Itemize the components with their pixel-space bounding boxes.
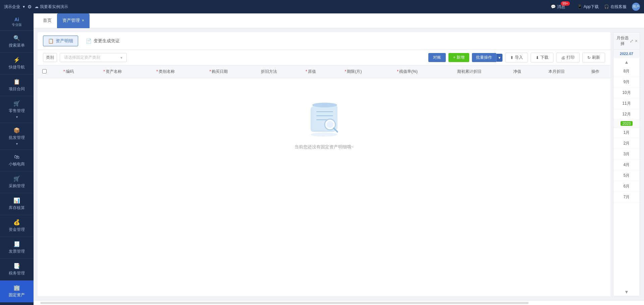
month-nav-down-button[interactable]: ▼ <box>624 289 629 295</box>
horizontal-scrollbar[interactable] <box>40 302 529 304</box>
avatar[interactable]: 用户 <box>632 3 640 11</box>
month-item-2023-7[interactable]: 7月 <box>613 192 640 203</box>
company-dropdown[interactable]: ▾ <box>23 4 25 9</box>
sub-tab-change-voucher[interactable]: 📄 变更生成凭证 <box>81 36 125 46</box>
message-icon: 💬 <box>551 4 556 9</box>
tab-home[interactable]: 首页 <box>38 13 57 28</box>
sidebar-item-retail[interactable]: 🛒 零售管理 ▾ <box>0 96 34 123</box>
print-icon: 🖨 <box>561 55 565 60</box>
top-bar-right: 💬 消息 99+ 📱 App下载 🎧 在线客服 用户 <box>551 3 640 11</box>
tab-close-icon[interactable]: × <box>82 18 84 23</box>
app-icon: 📱 <box>577 4 582 9</box>
batch-ops-group: 批量操作 ▾ <box>472 53 502 62</box>
main-content: 首页 资产管理 × 📋 资产明细 📄 变更生成凭证 <box>34 13 644 305</box>
th-code: *编码 <box>51 65 86 78</box>
category-dropdown-icon: ▾ <box>120 55 122 60</box>
sidebar-item-ecommerce[interactable]: 🛍 小畅电商 <box>0 150 34 171</box>
sidebar-item-ecommerce-label: 小畅电商 <box>9 161 25 167</box>
tax-icon: 📑 <box>13 263 20 269</box>
app-download-button[interactable]: 📱 App下载 <box>577 4 599 10</box>
download-button[interactable]: ⬇ 下载 <box>531 53 553 62</box>
select-all-checkbox[interactable] <box>42 69 47 73</box>
sidebar-item-fixed-assets-label: 固定资产 <box>9 292 25 298</box>
sidebar-item-project[interactable]: 📋 项目合同 <box>0 74 34 96</box>
toolbar: 类别 请选择固定资产类别 ▾ 对账 + 新增 批量操作 <box>38 50 610 65</box>
month-picker-title: 月份选择 <box>615 35 630 47</box>
reconcile-button[interactable]: 对账 <box>428 53 446 62</box>
month-picker-close-icon[interactable]: × <box>635 38 638 44</box>
online-service-button[interactable]: 🎧 在线客服 <box>604 4 627 10</box>
month-item-8[interactable]: 8月 <box>613 66 640 77</box>
search-icon: 🔍 <box>13 35 20 41</box>
sidebar-item-purchase[interactable]: 🛒 采购管理 <box>0 171 34 193</box>
month-item-2023-3[interactable]: 3月 <box>613 149 640 160</box>
th-actions: 操作 <box>580 65 610 78</box>
sidebar-logo: Ai 专业版 <box>0 13 34 31</box>
month-item-11[interactable]: 11月 <box>613 98 640 109</box>
table-container: *编码 *资产名称 *类别名称 *购买日期 折旧方法 *原值 *期限(月) *残… <box>38 65 610 296</box>
sidebar-item-purchase-label: 采购管理 <box>9 183 25 189</box>
svg-point-3 <box>312 103 337 107</box>
sidebar-item-quick-nav[interactable]: ⚡ 快捷导航 <box>0 53 34 74</box>
month-nav-down: ▼ <box>613 288 640 296</box>
th-checkbox <box>38 65 51 78</box>
th-residual-rate: *残值率(%) <box>378 65 436 78</box>
settings-icon[interactable]: ⚙ <box>28 4 32 9</box>
refresh-button[interactable]: ↻ 刷新 <box>582 53 605 62</box>
tab-asset-management[interactable]: 资产管理 × <box>57 13 90 28</box>
batch-ops-button[interactable]: 批量操作 <box>472 53 496 62</box>
month-item-2023-6[interactable]: 6月 <box>613 181 640 192</box>
inventory-icon: 📊 <box>13 197 20 204</box>
th-category: *类别名称 <box>139 65 192 78</box>
month-picker-expand-icon[interactable]: ⤢ <box>630 38 634 44</box>
sidebar-item-invoice[interactable]: 🧾 发票管理 <box>0 237 34 259</box>
empty-illustration <box>301 98 347 139</box>
sidebar-item-inventory[interactable]: 📊 库存核算 <box>0 193 34 215</box>
month-item-2023-4[interactable]: 4月 <box>613 160 640 170</box>
month-display: 2022.07 <box>613 50 640 58</box>
sidebar-item-quicknav-label: 快捷导航 <box>9 64 25 70</box>
top-bar: 演示企业 ▾ ⚙ ☁ 我要看实例演示 💬 消息 99+ 📱 App下载 🎧 在线… <box>0 0 644 13</box>
sidebar-item-inventory-label: 库存核算 <box>9 205 25 211</box>
finance-icon: 💰 <box>13 219 20 225</box>
year-2023-label: 2023 <box>613 120 640 128</box>
app-edition: 专业版 <box>3 22 31 27</box>
category-label: 类别 <box>43 53 57 62</box>
import-button[interactable]: ⬆ 导入 <box>505 53 528 62</box>
app-layout: Ai 专业版 🔍 搜索菜单 ⚡ 快捷导航 📋 项目合同 🛒 零售管理 ▾ 📦 批… <box>0 13 644 305</box>
sub-tab-asset-detail[interactable]: 📋 资产明细 <box>43 36 78 46</box>
month-item-2023-5[interactable]: 5月 <box>613 170 640 181</box>
sidebar-item-salary[interactable]: 💵 工资 <box>0 302 34 305</box>
category-select[interactable]: 请选择固定资产类别 ▾ <box>60 53 127 62</box>
month-item-2023-1[interactable]: 1月 <box>613 128 640 138</box>
month-item-9[interactable]: 9月 <box>613 77 640 88</box>
download-icon: ⬇ <box>536 55 539 60</box>
wholesale-icon: 📦 <box>13 127 20 134</box>
sidebar-item-fixed-assets[interactable]: 🏢 固定资产 <box>0 281 34 302</box>
th-purchase-date: *购买日期 <box>192 65 245 78</box>
demo-link[interactable]: ☁ 我要看实例演示 <box>35 4 68 10</box>
sidebar: Ai 专业版 🔍 搜索菜单 ⚡ 快捷导航 📋 项目合同 🛒 零售管理 ▾ 📦 批… <box>0 13 34 305</box>
th-depreciation-method: 折旧方法 <box>245 65 293 78</box>
month-item-10[interactable]: 10月 <box>613 88 640 98</box>
batch-dropdown-icon: ▾ <box>498 55 500 60</box>
th-monthly-depreciation: 本月折旧 <box>532 65 580 78</box>
tab-bar: 首页 资产管理 × <box>34 13 644 28</box>
print-button[interactable]: 🖨 打印 <box>556 53 580 62</box>
change-voucher-icon: 📄 <box>86 38 92 44</box>
sidebar-item-finance[interactable]: 💰 资金管理 <box>0 215 34 237</box>
sidebar-item-search[interactable]: 🔍 搜索菜单 <box>0 31 34 53</box>
batch-ops-dropdown[interactable]: ▾ <box>496 54 502 62</box>
add-button[interactable]: + 新增 <box>448 53 469 62</box>
refresh-icon: ↻ <box>587 55 591 60</box>
message-button[interactable]: 💬 消息 99+ <box>551 4 565 10</box>
month-item-12[interactable]: 12月 <box>613 109 640 120</box>
sidebar-item-wholesale[interactable]: 📦 批发管理 ▾ <box>0 123 34 150</box>
purchase-icon: 🛒 <box>13 175 20 182</box>
sidebar-item-tax[interactable]: 📑 税务管理 <box>0 259 34 281</box>
toolbar-left: 类别 请选择固定资产类别 ▾ <box>43 53 426 62</box>
month-item-2023-2[interactable]: 2月 <box>613 138 640 149</box>
month-nav-up-button[interactable]: ▲ <box>624 59 629 65</box>
th-period-months: *期限(月) <box>328 65 378 78</box>
company-name: 演示企业 <box>4 4 20 10</box>
